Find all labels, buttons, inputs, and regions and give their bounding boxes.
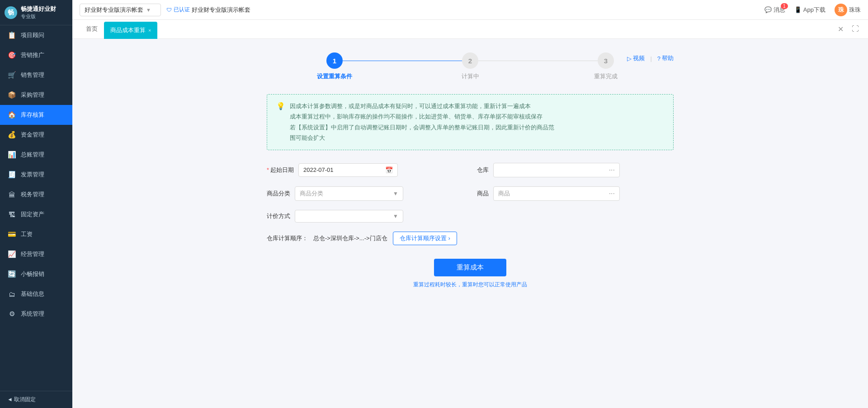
video-link[interactable]: ▷ 视频 (627, 54, 645, 62)
warehouse-order-settings-button[interactable]: 仓库计算顺序设置 › (393, 232, 457, 245)
product-category-label: 商品分类 (267, 190, 290, 198)
main-wrapper: 好业财专业版演示帐套 ▼ 🛡 已认证 好业财专业版演示帐套 💬 消息 1 📱 A… (72, 0, 868, 408)
system-icon: ⚙ (7, 309, 16, 318)
info-text: 因成本计算参数调整，或是对商品成本有疑问时，可以通过成本重算功能，重新计算一遍成… (290, 101, 554, 143)
tax-icon: 🏛 (7, 190, 16, 199)
product-input[interactable]: 商品 ··· (493, 186, 620, 201)
question-icon: ? (657, 55, 660, 62)
account-selector-chevron-icon: ▼ (146, 7, 151, 13)
user-profile[interactable]: 珠 珠珠 (835, 4, 861, 16)
sidebar-item-accounting[interactable]: 📊 总账管理 (0, 145, 72, 165)
sales-icon: 🛒 (7, 71, 16, 80)
tab-bar: 首页 商品成本重算 × ✕ ⛶ (72, 20, 868, 39)
recalc-hint: 重算过程耗时较长，重算时您可以正常使用产品 (267, 281, 674, 289)
logo-text: 畅捷通好业财 专业版 (21, 5, 56, 19)
step-1: 1 设置重算条件 (267, 52, 402, 81)
required-star: * (267, 166, 269, 173)
expand-icon[interactable]: ⛶ (850, 23, 861, 35)
sidebar-item-finance[interactable]: 💰 资金管理 (0, 125, 72, 145)
product-category-field: 商品分类 商品分类 ▼ (267, 186, 463, 201)
account-selector[interactable]: 好业财专业版演示帐套 ▼ (80, 4, 161, 16)
warehouse-field: 仓库 ··· (477, 163, 674, 177)
sidebar-item-operations[interactable]: 📈 经营管理 (0, 244, 72, 264)
form-row-2: 商品分类 商品分类 ▼ 商品 商品 ··· (267, 186, 674, 201)
sidebar-item-tax[interactable]: 🏛 税务管理 (0, 185, 72, 204)
step-1-label: 设置重算条件 (317, 72, 352, 81)
sidebar-item-inventory[interactable]: 🏠 库存核算 (0, 105, 72, 125)
tab-close-icon[interactable]: × (148, 28, 151, 33)
sidebar-logo: 畅 畅捷通好业财 专业版 (0, 0, 72, 25)
start-date-field: * 起始日期 2022-07-01 📅 (267, 163, 463, 177)
logo-icon: 畅 (5, 6, 17, 19)
sidebar-item-assets[interactable]: 🏗 固定资产 (0, 204, 72, 224)
messages-badge: 1 (781, 3, 788, 9)
sidebar-item-system[interactable]: ⚙ 系统管理 (0, 304, 72, 324)
divider: | (650, 55, 651, 62)
start-date-label: * 起始日期 (267, 166, 294, 174)
warehouse-label: 仓库 (477, 166, 489, 174)
pricing-chevron-icon: ▼ (393, 213, 398, 219)
step-2-circle: 2 (462, 52, 478, 69)
tab-home[interactable]: 首页 (80, 20, 104, 39)
expense-icon: 🔄 (7, 270, 16, 279)
app-download-button[interactable]: 📱 App下载 (794, 6, 826, 14)
step-2-label: 计算中 (462, 72, 479, 81)
info-box: 💡 因成本计算参数调整，或是对商品成本有疑问时，可以通过成本重算功能，重新计算一… (267, 94, 674, 150)
pricing-method-input[interactable]: ▼ (295, 210, 403, 223)
purchase-icon: 📦 (7, 90, 16, 100)
inventory-icon: 🏠 (7, 110, 16, 119)
steps-container: 1 设置重算条件 2 计算中 3 (267, 52, 674, 81)
recalculate-button[interactable]: 重算成本 (434, 259, 506, 276)
step-3-label: 重算完成 (594, 72, 618, 81)
play-icon: ▷ (627, 55, 632, 62)
sidebar-item-sales[interactable]: 🛒 销售管理 (0, 65, 72, 85)
sidebar: 畅 畅捷通好业财 专业版 📋 项目顾问 🎯 营销推广 🛒 销售管理 📦 采购管理… (0, 0, 72, 408)
avatar: 珠 (835, 4, 847, 16)
info-icon: 💡 (276, 102, 285, 143)
form-container: * 起始日期 2022-07-01 📅 仓库 ··· (267, 163, 674, 289)
sidebar-item-invoice[interactable]: 🧾 发票管理 (0, 165, 72, 185)
form-row-1: * 起始日期 2022-07-01 📅 仓库 ··· (267, 163, 674, 177)
warehouse-order-value: 总仓->深圳仓库->...->门店仓 (313, 234, 387, 242)
product-category-input[interactable]: 商品分类 ▼ (295, 186, 403, 201)
product-dots-icon: ··· (609, 190, 615, 198)
pricing-method-label: 计价方式 (267, 212, 290, 220)
messages-button[interactable]: 💬 消息 1 (764, 6, 785, 14)
tab-recalculate[interactable]: 商品成本重算 × (104, 22, 157, 39)
action-section: 重算成本 重算过程耗时较长，重算时您可以正常使用产品 (267, 259, 674, 289)
sidebar-item-basic[interactable]: 🗂 基础信息 (0, 284, 72, 304)
warehouse-input[interactable]: ··· (493, 163, 620, 177)
sidebar-item-purchase[interactable]: 📦 采购管理 (0, 85, 72, 105)
sidebar-item-marketing[interactable]: 🎯 营销推广 (0, 45, 72, 65)
warehouse-order-label: 仓库计算顺序： (267, 234, 308, 242)
product-label: 商品 (477, 190, 489, 198)
assets-icon: 🏗 (7, 210, 16, 219)
sidebar-nav: 📋 项目顾问 🎯 营销推广 🛒 销售管理 📦 采购管理 🏠 库存核算 💰 资金管… (0, 25, 72, 391)
warehouse-order-row: 仓库计算顺序： 总仓->深圳仓库->...->门店仓 仓库计算顺序设置 › (267, 232, 674, 245)
salary-icon: 💳 (7, 230, 16, 239)
top-header: 好业财专业版演示帐套 ▼ 🛡 已认证 好业财专业版演示帐套 💬 消息 1 📱 A… (72, 0, 868, 20)
shield-icon: 🛡 (166, 7, 172, 13)
accounting-icon: 📊 (7, 150, 16, 159)
start-date-input[interactable]: 2022-07-01 📅 (298, 163, 398, 177)
close-window-icon[interactable]: ✕ (836, 23, 845, 35)
verified-badge: 🛡 已认证 (166, 6, 190, 14)
product-field: 商品 商品 ··· (477, 186, 674, 201)
sidebar-item-salary[interactable]: 💳 工资 (0, 224, 72, 244)
step-2: 2 计算中 (402, 52, 538, 81)
chevron-right-icon: › (448, 235, 450, 242)
basic-icon: 🗂 (7, 289, 16, 299)
pricing-method-field: 计价方式 ▼ (267, 210, 463, 223)
message-icon: 💬 (764, 6, 772, 13)
content-area: 1 设置重算条件 2 计算中 3 (72, 39, 868, 408)
step-1-circle: 1 (326, 52, 343, 69)
sidebar-item-expense[interactable]: 🔄 小畅报销 (0, 264, 72, 284)
help-link[interactable]: ? 帮助 (657, 54, 674, 62)
unpin-button[interactable]: ◄ 取消固定 (0, 391, 72, 408)
finance-icon: 💰 (7, 130, 16, 139)
warehouse-dots-icon: ··· (609, 166, 615, 174)
sidebar-item-project[interactable]: 📋 项目顾问 (0, 25, 72, 45)
category-chevron-icon: ▼ (393, 190, 398, 197)
operations-icon: 📈 (7, 250, 16, 259)
header-right: 💬 消息 1 📱 App下载 珠 珠珠 (764, 4, 861, 16)
